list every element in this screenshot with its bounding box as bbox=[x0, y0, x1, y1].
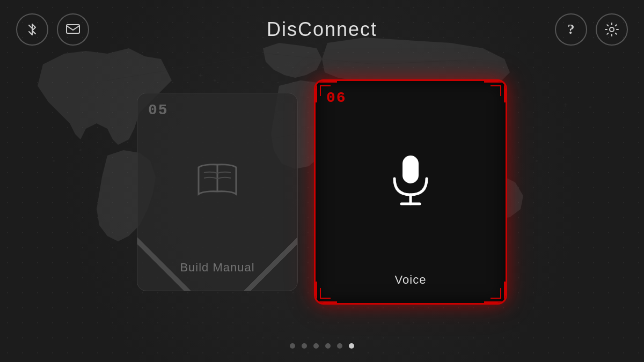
card-build-manual[interactable]: 05 Build Manual bbox=[137, 93, 298, 291]
pagination-dot-4[interactable] bbox=[325, 343, 331, 349]
messages-button[interactable] bbox=[57, 13, 89, 46]
pagination-dot-2[interactable] bbox=[302, 343, 307, 349]
card-06-number: 06 bbox=[326, 90, 347, 106]
header-left bbox=[16, 13, 89, 46]
pagination bbox=[290, 343, 354, 349]
book-icon bbox=[193, 159, 241, 200]
card-voice[interactable]: 06 Voice bbox=[314, 79, 507, 305]
help-button[interactable]: ? bbox=[555, 13, 587, 46]
settings-button[interactable] bbox=[596, 13, 628, 46]
envelope-icon bbox=[66, 24, 80, 35]
card-05-number: 05 bbox=[148, 102, 169, 119]
header-right: ? bbox=[555, 13, 628, 46]
card-06-icon-area bbox=[326, 92, 495, 268]
gear-icon bbox=[605, 23, 619, 36]
corner-bl bbox=[320, 288, 331, 299]
svg-rect-14 bbox=[67, 25, 79, 33]
pagination-dot-1[interactable] bbox=[290, 343, 295, 349]
corner-tr bbox=[491, 85, 501, 96]
header: DisConnect ? bbox=[0, 0, 644, 59]
app-title: DisConnect bbox=[267, 18, 377, 40]
pagination-dot-6[interactable] bbox=[349, 343, 354, 349]
bluetooth-icon bbox=[26, 23, 39, 36]
card-05-icon-area bbox=[148, 104, 287, 255]
question-icon: ? bbox=[568, 21, 575, 38]
card-06-label: Voice bbox=[326, 273, 495, 292]
header-center: DisConnect bbox=[267, 18, 377, 41]
cards-container: 05 Build Manual 06 bbox=[0, 64, 644, 319]
pagination-dot-5[interactable] bbox=[337, 343, 342, 349]
svg-point-15 bbox=[610, 27, 614, 32]
bluetooth-button[interactable] bbox=[16, 13, 48, 46]
svg-rect-17 bbox=[402, 156, 419, 183]
microphone-icon bbox=[386, 153, 435, 206]
corner-br bbox=[491, 288, 501, 299]
pagination-dot-3[interactable] bbox=[313, 343, 319, 349]
card-05-label: Build Manual bbox=[148, 261, 287, 280]
